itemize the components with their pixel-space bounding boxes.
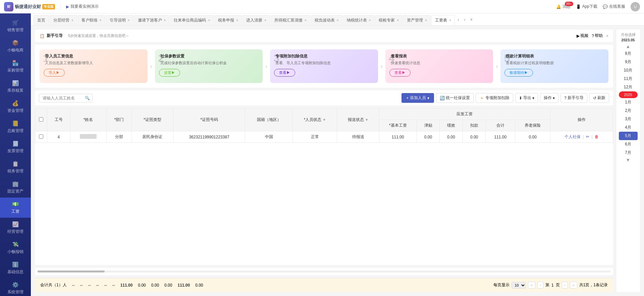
social-insurance-button[interactable]: 🔄 统一社保设置 — [436, 93, 474, 103]
notification-button[interactable]: 🔔 消息 99+ — [556, 4, 571, 9]
page-size-select[interactable]: 10 20 50 — [512, 282, 526, 289]
month-4[interactable]: 4月 — [619, 123, 638, 132]
tab-tax-report-close[interactable]: × — [236, 18, 238, 22]
user-avatar[interactable]: U — [631, 2, 640, 11]
report-filter-icon[interactable]: ▼ — [365, 118, 368, 122]
month-2[interactable]: 2月 — [619, 107, 638, 115]
tab-invite[interactable]: 邀请下游客户 × — [134, 15, 170, 25]
tab-invite-close[interactable]: × — [164, 18, 166, 22]
tab-tax-reduction[interactable]: 税负波动表 × — [311, 15, 342, 25]
tab-tax-stats-close[interactable]: × — [369, 18, 371, 22]
tab-guide-close[interactable]: × — [128, 18, 130, 22]
month-9[interactable]: 9月 — [619, 58, 638, 66]
new-guide-button[interactable]: ? 新手引导 — [560, 93, 587, 103]
scroll-handle[interactable] — [38, 270, 105, 272]
ops-button[interactable]: 操作 ▾ — [540, 93, 558, 103]
tab-tax-calc[interactable]: 所得税汇算清缴 × — [271, 15, 310, 25]
sidebar-item-purchase[interactable]: 🏪 采购管理 — [0, 56, 31, 77]
sidebar-item-system[interactable]: ⚙️ 系统管理 — [0, 278, 31, 296]
step-4-button[interactable]: 查看▶ — [389, 69, 411, 77]
tab-clearance[interactable]: 进入清册 × — [243, 15, 270, 25]
tab-tax-expert[interactable]: 税检专家 × — [375, 15, 402, 25]
sidebar-item-reimbursement[interactable]: 💸 小畅报销 — [0, 238, 31, 258]
step-3-button[interactable]: 查看▶ — [274, 69, 295, 77]
sidebar-item-basic[interactable]: ℹ️ 基础信息 — [0, 258, 31, 278]
last-page-button[interactable]: » — [570, 282, 577, 289]
first-page-button[interactable]: « — [528, 282, 535, 289]
step-3-title: 专项附加扣除信息 — [274, 53, 374, 59]
tab-customer-close[interactable]: × — [100, 18, 102, 22]
th-basic-salary: *基本工资 — [379, 120, 417, 131]
sidebar-item-salary[interactable]: 💵 工资 — [0, 198, 31, 218]
tab-product-close[interactable]: × — [208, 18, 210, 22]
month-5[interactable]: 5月 — [619, 132, 638, 140]
tab-tax-calc-close[interactable]: × — [305, 18, 307, 22]
tab-clearance-close[interactable]: × — [264, 18, 266, 22]
help-video-link[interactable]: ▶ 视频 — [577, 33, 588, 39]
help-doc-link[interactable]: ? 帮助 — [592, 33, 603, 39]
prev-page-button[interactable]: ‹ — [537, 282, 543, 289]
step-2-button[interactable]: 设置▶ — [159, 69, 180, 77]
tab-tax-reduction-close[interactable]: × — [337, 18, 339, 22]
tab-asset-label: 资产管理 — [407, 17, 423, 23]
step-1-button[interactable]: 导入▶ — [44, 69, 65, 77]
logo-icon: 财 — [4, 2, 13, 11]
sidebar-item-ecom[interactable]: 📦 小畅电商 — [0, 36, 31, 56]
tab-tax-report[interactable]: 税务申报 × — [214, 15, 242, 25]
demo-link[interactable]: ▶ 我要看实例演示 — [66, 4, 99, 9]
sidebar-item-fixed-assets[interactable]: 🏢 固定资产 — [0, 177, 31, 198]
status-filter-icon[interactable]: ▼ — [323, 118, 326, 122]
export-button[interactable]: ⬇ 导出 ▾ — [515, 93, 538, 103]
row-checkbox[interactable] — [39, 134, 43, 139]
refresh-button[interactable]: ↺ 刷新 — [589, 93, 609, 103]
tab-close-all-button[interactable]: × — [468, 15, 475, 24]
month-1[interactable]: 1月 — [619, 98, 638, 107]
tab-home[interactable]: 首页 — [34, 15, 49, 25]
sidebar-item-inventory[interactable]: 📊 库存核算 — [0, 77, 31, 97]
edit-link[interactable]: ✏ — [586, 134, 589, 139]
online-service-button[interactable]: 💬 在线客服 — [603, 4, 625, 9]
special-deduction-button[interactable]: 🔸 专项附加扣除 — [476, 93, 513, 103]
tab-distribution[interactable]: 分层经营 × — [50, 15, 77, 25]
month-10[interactable]: 10月 — [619, 66, 638, 75]
tab-guide[interactable]: 引导说明 × — [106, 15, 133, 25]
month-12[interactable]: 12月 — [619, 83, 638, 91]
tab-salary[interactable]: 工资表 × — [431, 15, 455, 26]
app-download-button[interactable]: 📱 App下载 — [576, 4, 597, 9]
personal-insurance-link[interactable]: 个人社保 — [565, 134, 581, 139]
month-11[interactable]: 11月 — [619, 75, 638, 83]
tab-distribution-close[interactable]: × — [71, 18, 73, 22]
month-6[interactable]: 6月 — [619, 140, 638, 149]
sidebar-item-operations[interactable]: 📈 经营管理 — [0, 218, 31, 238]
tab-customer[interactable]: 客户联络 × — [78, 15, 105, 25]
horizontal-scrollbar[interactable] — [38, 270, 610, 272]
tab-product-code[interactable]: 往来单位商品编码 × — [170, 15, 214, 25]
reimbursement-icon: 💸 — [12, 241, 19, 248]
prev-year-button[interactable]: ▲ — [625, 43, 631, 49]
tab-tax-expert-close[interactable]: × — [397, 18, 399, 22]
sidebar-item-tax[interactable]: 📋 税务管理 — [0, 157, 31, 177]
next-page-button[interactable]: › — [562, 282, 568, 289]
sidebar-item-invoice[interactable]: 🧾 发票管理 — [0, 137, 31, 157]
guide-close-button[interactable]: × — [606, 34, 608, 38]
sidebar-item-ledger[interactable]: 📒 总账管理 — [0, 117, 31, 137]
month-7[interactable]: 7月 — [619, 149, 638, 157]
select-all-checkbox[interactable] — [39, 117, 43, 122]
online-service-label: 在线客服 — [609, 4, 625, 9]
tab-next-button[interactable]: › — [462, 15, 468, 24]
delete-link[interactable]: 🗑 — [595, 134, 599, 139]
service-icon: 💬 — [603, 4, 608, 9]
tab-tax-stats[interactable]: 纳税统计表 × — [343, 15, 375, 25]
tab-prev-button[interactable]: ‹ — [455, 15, 461, 24]
search-input[interactable] — [39, 94, 93, 102]
next-year-button[interactable]: ▼ — [625, 157, 631, 163]
tab-salary-close[interactable]: × — [449, 18, 451, 22]
add-person-button[interactable]: + 添加人员 ▾ — [401, 93, 434, 103]
tab-asset-close[interactable]: × — [425, 18, 427, 22]
sidebar-item-sales[interactable]: 🛒 销售管理 — [0, 16, 31, 36]
month-8[interactable]: 8月 — [619, 49, 638, 58]
sidebar-item-finance[interactable]: 💰 资金管理 — [0, 97, 31, 117]
month-3[interactable]: 3月 — [619, 115, 638, 123]
step-5-button[interactable]: 敬请期待▶ — [504, 69, 533, 77]
tab-asset[interactable]: 资产管理 × — [403, 15, 431, 25]
